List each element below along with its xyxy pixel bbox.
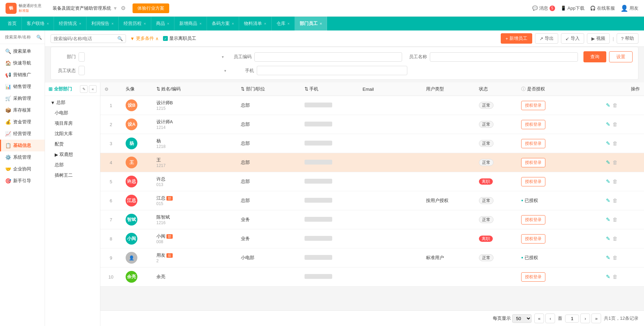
th-name[interactable]: ⇅ 姓名/编码 (152, 82, 237, 96)
tab-goods[interactable]: 商品 × (151, 17, 174, 30)
sidebar-item-system[interactable]: ⚙️系统管理 (0, 151, 45, 163)
first-page-btn[interactable]: « (534, 314, 544, 323)
tab-profit[interactable]: 利润报告 × (87, 17, 119, 30)
service-btn[interactable]: 🎧 在线客服 (590, 5, 615, 11)
dept-item-shuanglu[interactable]: ▶ 双鹿想 (45, 149, 100, 160)
tab-bom[interactable]: 物料清单 × (239, 17, 271, 30)
tab-add-goods[interactable]: 新增商品 × (174, 17, 207, 30)
dept-item-chushuwang[interactable]: 插树王二 (45, 170, 100, 180)
delete-icon[interactable]: 🗑 (613, 217, 618, 223)
edit-icon[interactable]: ✎ (606, 197, 610, 204)
export-btn[interactable]: ↗ 导出 (535, 33, 558, 44)
edit-icon[interactable]: ✎ (606, 236, 610, 242)
edit-icon[interactable]: ✎ (606, 159, 610, 166)
delete-icon[interactable]: 🗑 (613, 255, 618, 261)
tab-close-add-goods[interactable]: × (199, 21, 201, 26)
sidebar-item-finance[interactable]: 💰资金管理 (0, 116, 45, 128)
th-phone[interactable]: ⇅ 手机 (300, 82, 359, 96)
auth-login-btn[interactable]: 授权登录 (521, 139, 545, 148)
edit-icon[interactable]: ✎ (606, 178, 610, 185)
dept-item-xiangmu[interactable]: 项目库房 (45, 118, 100, 129)
tab-close-profit[interactable]: × (111, 21, 114, 26)
tab-warehouse[interactable]: 仓库 × (272, 17, 295, 30)
sidebar-item-inventory[interactable]: 📦库存核算 (0, 104, 45, 116)
phone-input[interactable] (257, 66, 407, 75)
sidebar-item-operations[interactable]: 📈经营管理 (0, 128, 45, 140)
sidebar-item-guide[interactable]: 🎯新手引导 (0, 175, 45, 187)
delete-icon[interactable]: 🗑 (613, 274, 618, 280)
delete-icon[interactable]: 🗑 (613, 121, 618, 127)
tab-operation[interactable]: 经营情况 × (54, 17, 86, 30)
sidebar-search-input[interactable] (3, 33, 35, 41)
tab-close-history[interactable]: × (144, 21, 146, 26)
auth-login-btn[interactable]: 授权登录 (521, 101, 545, 110)
per-page-select[interactable]: 50 100 200 (512, 314, 532, 323)
delete-icon[interactable]: 🗑 (613, 197, 618, 204)
dept-item-zongbu[interactable]: 总部 (45, 160, 100, 170)
auth-login-btn[interactable]: 授权登录 (521, 158, 545, 167)
video-btn[interactable]: ▶ 视频 (587, 33, 610, 44)
delete-icon[interactable]: 🗑 (613, 102, 618, 108)
tab-department[interactable]: 部门员工 × (295, 17, 327, 30)
auth-login-btn[interactable]: 授权登录 (521, 215, 545, 224)
dept-select[interactable] (79, 52, 85, 62)
settings-icon[interactable]: ⚙ (121, 5, 126, 11)
import-btn[interactable]: ↙ 导入 (561, 33, 584, 44)
tab-history[interactable]: 经营历程 × (119, 17, 151, 30)
more-filter-btn[interactable]: ▼ 更多条件 ∧ (130, 35, 159, 42)
auth-login-btn[interactable]: 授权登录 (521, 120, 545, 129)
sidebar-item-purchase[interactable]: 🛒采购管理 (0, 92, 45, 104)
tab-close-department[interactable]: × (320, 21, 322, 26)
add-employee-btn[interactable]: + 新增员工 (501, 33, 533, 44)
sidebar-item-sales[interactable]: 📊销售管理 (0, 81, 45, 92)
trial-btn[interactable]: 体验行业方案 (133, 3, 169, 13)
edit-icon[interactable]: ✎ (606, 274, 610, 280)
tab-customer[interactable]: 客户联络 × (22, 17, 54, 30)
sidebar-item-basic[interactable]: 📋基础信息 (0, 140, 45, 151)
search-input[interactable] (54, 36, 116, 41)
sidebar-item-search[interactable]: 🔍搜索菜单 (0, 45, 45, 57)
dept-item-zongbu-parent[interactable]: ▼ 总部 (45, 97, 100, 108)
prev-page-btn[interactable]: ‹ (545, 314, 555, 323)
page-input[interactable] (565, 315, 579, 323)
empname-input[interactable] (430, 52, 578, 62)
empcode-input[interactable] (254, 52, 402, 62)
dept-item-shenyang[interactable]: 沈阳大库 (45, 129, 100, 139)
dept-item-xiaodianbу[interactable]: 小电部 (45, 108, 100, 118)
next-page-btn[interactable]: › (580, 314, 590, 323)
col-settings-icon[interactable]: ⚙ (105, 87, 109, 92)
sidebar-item-marketing[interactable]: 📢营销推广 (0, 69, 45, 81)
auth-login-btn[interactable]: 授权登录 (521, 177, 545, 186)
auth-login-btn[interactable]: 授权登录 (521, 234, 545, 244)
delete-icon[interactable]: 🗑 (613, 178, 618, 185)
auth-login-btn[interactable]: 授权登录 (521, 272, 545, 282)
last-page-btn[interactable]: » (591, 314, 601, 323)
edit-icon[interactable]: ✎ (606, 121, 610, 127)
tab-close-warehouse[interactable]: × (288, 21, 290, 26)
query-btn[interactable]: 查询 (583, 51, 606, 62)
sidebar-item-collab[interactable]: 🤝企业协同 (0, 163, 45, 175)
system-title-dropdown-icon[interactable]: ▾ (114, 5, 117, 11)
dept-collapse-btn[interactable]: « (89, 85, 97, 93)
message-btn[interactable]: 💬 消息 5 (532, 5, 555, 11)
tab-barcode[interactable]: 条码方案 × (207, 17, 239, 30)
sidebar-item-nav[interactable]: 🏠快速导航 (0, 57, 45, 69)
delete-icon[interactable]: 🗑 (613, 236, 618, 242)
help-btn[interactable]: ? 帮助 (617, 33, 638, 44)
edit-icon[interactable]: ✎ (606, 102, 610, 108)
tab-close-bom[interactable]: × (264, 21, 266, 26)
edit-icon[interactable]: ✎ (606, 140, 610, 147)
tab-close-operation[interactable]: × (79, 21, 81, 26)
app-download-btn[interactable]: 📱 App下载 (561, 5, 584, 11)
set-btn[interactable]: 设置 (609, 51, 633, 62)
tab-close-goods[interactable]: × (167, 21, 169, 26)
tab-home[interactable]: 首页 (3, 17, 22, 30)
edit-icon[interactable]: ✎ (606, 217, 610, 223)
edit-icon[interactable]: ✎ (606, 255, 610, 261)
user-avatar[interactable]: 👤 用友 (620, 5, 638, 12)
tab-close-barcode[interactable]: × (232, 21, 234, 26)
th-dept[interactable]: ⇅ 部门/职位 (237, 82, 300, 96)
show-resigned-toggle[interactable]: ✓ 显示离职员工 (163, 35, 196, 42)
dept-edit-btn[interactable]: ✎ (80, 85, 88, 93)
delete-icon[interactable]: 🗑 (613, 140, 618, 147)
